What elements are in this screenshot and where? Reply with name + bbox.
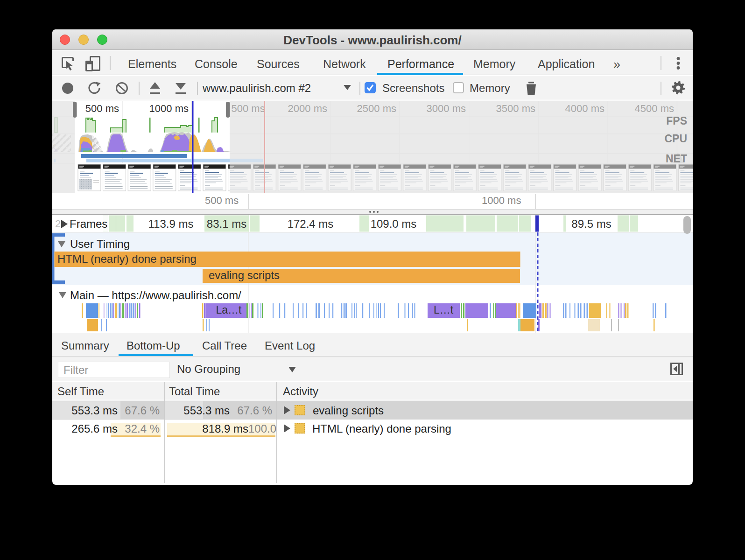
svg-text:83.1 ms: 83.1 ms <box>207 217 246 230</box>
svg-text:Main — https://www.paulirish.c: Main — https://www.paulirish.com/ <box>70 289 241 301</box>
svg-text:172.4 ms: 172.4 ms <box>288 217 334 230</box>
svg-text:89.5 ms: 89.5 ms <box>571 217 611 230</box>
svg-text:HTML (nearly) done parsing: HTML (nearly) done parsing <box>57 252 197 265</box>
svg-text:CPU: CPU <box>664 133 687 145</box>
svg-text:L…t: L…t <box>434 304 454 316</box>
svg-text:evaling scripts: evaling scripts <box>209 269 280 281</box>
svg-text:109.0 ms: 109.0 ms <box>371 217 417 230</box>
svg-text:NET: NET <box>666 153 687 165</box>
svg-text:Frames: Frames <box>70 217 107 230</box>
svg-text:500 ms: 500 ms <box>85 103 119 114</box>
svg-text:113.9 ms: 113.9 ms <box>148 217 194 230</box>
svg-text:1000 ms: 1000 ms <box>149 103 189 114</box>
svg-text:La…t: La…t <box>216 304 242 316</box>
svg-text:User Timing: User Timing <box>70 238 130 250</box>
svg-text:FPS: FPS <box>666 115 687 127</box>
